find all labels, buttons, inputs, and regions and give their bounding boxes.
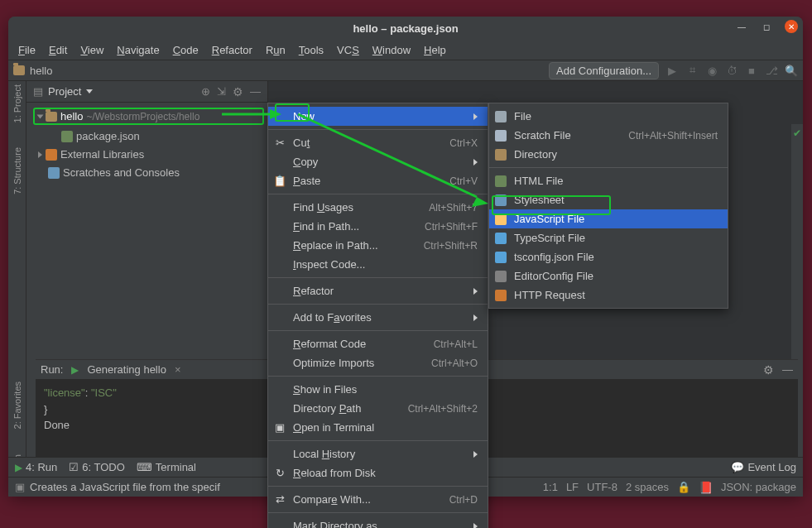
menu-navigate[interactable]: Navigate	[112, 42, 164, 58]
new-item-javascript-file[interactable]: JavaScript File	[489, 209, 728, 228]
tree-label: External Libraries	[60, 148, 144, 161]
profiler-icon[interactable]: ⏱	[725, 64, 738, 77]
expand-icon[interactable]: ⇲	[217, 85, 226, 98]
ctx-item-replace-in-path-[interactable]: Replace in Path...Ctrl+Shift+R	[268, 236, 488, 255]
run-toolbar-icon[interactable]: ▶	[665, 64, 679, 77]
svg-marker-1	[270, 109, 281, 119]
new-item-tsconfig-json-file[interactable]: tsconfig.json File	[489, 247, 728, 266]
folder-icon	[13, 65, 25, 75]
run-label: Run:	[41, 363, 63, 376]
lock-icon[interactable]: 🔒	[677, 481, 690, 493]
maximize-button[interactable]: ◻	[760, 20, 773, 33]
panel-mode-icon[interactable]: ▤	[33, 85, 43, 98]
ctx-item-show-in-files[interactable]: Show in Files	[268, 380, 488, 399]
tab-event-log[interactable]: 💬Event Log	[731, 461, 796, 473]
menu-run[interactable]: Run	[261, 42, 291, 58]
svg-marker-3	[472, 197, 488, 207]
panel-dropdown-icon[interactable]	[86, 89, 93, 94]
close-button[interactable]: ✕	[785, 20, 798, 33]
tree-path: ~/WebstormProjects/hello	[86, 111, 199, 122]
hide-panel-icon[interactable]: —	[250, 85, 261, 98]
menu-file[interactable]: File	[13, 42, 41, 58]
new-item-html-file[interactable]: HTML File	[489, 171, 728, 190]
library-icon	[46, 149, 57, 161]
ctx-item-optimize-imports[interactable]: Optimize ImportsCtrl+Alt+O	[268, 353, 488, 372]
reader-mode-icon[interactable]: 📕	[699, 481, 713, 494]
search-everywhere-icon[interactable]: 🔍	[785, 64, 798, 77]
folder-icon	[46, 112, 57, 122]
navigation-bar: hello Add Configuration... ▶ ⌗ ◉ ⏱ ■ ⎇ 🔍	[8, 60, 803, 81]
run-hide-icon[interactable]: —	[782, 363, 793, 377]
status-encoding[interactable]: UTF-8	[587, 481, 617, 493]
add-configuration-button[interactable]: Add Configuration...	[549, 62, 659, 79]
coverage-icon[interactable]: ◉	[705, 64, 718, 77]
tab-run[interactable]: ▶4: Run	[15, 461, 57, 473]
stop-icon[interactable]: ■	[745, 64, 758, 77]
ctx-item-directory-path[interactable]: Directory PathCtrl+Alt+Shift+2	[268, 399, 488, 418]
annotation-arrow	[298, 111, 505, 210]
new-item-editorconfig-file[interactable]: EditorConfig File	[489, 266, 728, 286]
menu-vcs[interactable]: VCS	[332, 42, 364, 58]
status-hide-icon[interactable]: ▣	[15, 481, 25, 493]
ctx-item-reload-from-disk[interactable]: ↻Reload from Disk	[268, 463, 488, 482]
json-file-icon	[61, 131, 73, 142]
new-item-http-request[interactable]: HTTP Request	[489, 286, 728, 305]
rail-project[interactable]: 1: Project	[12, 84, 22, 122]
new-item-typescript-file[interactable]: TypeScript File	[489, 228, 728, 247]
tree-item-external-libs[interactable]: External Libraries	[33, 147, 264, 161]
scratch-icon	[48, 167, 60, 179]
rail-favorites[interactable]: 2: Favorites	[12, 382, 22, 429]
tree-item-scratches[interactable]: Scratches and Consoles	[33, 166, 264, 180]
new-item-stylesheet[interactable]: Stylesheet	[489, 190, 728, 209]
run-gear-icon[interactable]: ⚙	[763, 363, 774, 377]
menu-help[interactable]: Help	[419, 42, 451, 58]
ctx-item-inspect-code-[interactable]: Inspect Code...	[268, 255, 488, 274]
ctx-item-refactor[interactable]: Refactor	[268, 281, 488, 300]
output-text: "license"	[44, 386, 85, 399]
ctx-item-find-in-path-[interactable]: Find in Path...Ctrl+Shift+F	[268, 217, 488, 236]
gear-icon[interactable]: ⚙	[233, 85, 243, 98]
tab-terminal[interactable]: ⌨Terminal	[137, 461, 196, 473]
status-lf[interactable]: LF	[566, 481, 579, 493]
panel-title: Project	[48, 85, 81, 98]
titlebar: hello – package.json — ◻ ✕	[8, 17, 803, 40]
menu-code[interactable]: Code	[168, 42, 204, 58]
menu-view[interactable]: View	[75, 42, 108, 58]
status-pos[interactable]: 1:1	[543, 481, 558, 493]
menu-window[interactable]: Window	[368, 42, 416, 58]
tree-item-package[interactable]: package.json	[33, 129, 264, 143]
menu-tools[interactable]: Tools	[294, 42, 329, 58]
debug-toolbar-icon[interactable]: ⌗	[685, 64, 699, 77]
git-icon[interactable]: ⎇	[765, 64, 778, 77]
chevron-down-icon[interactable]	[37, 114, 44, 118]
tree-label: Scratches and Consoles	[63, 166, 180, 179]
chevron-right-icon[interactable]	[38, 151, 42, 158]
output-text: "ISC"	[91, 386, 117, 399]
window-title: hello – package.json	[353, 22, 458, 35]
menu-edit[interactable]: Edit	[44, 42, 72, 58]
ctx-item-local-history[interactable]: Local History	[268, 444, 488, 463]
new-item-directory[interactable]: Directory	[489, 145, 728, 164]
ctx-item-compare-with-[interactable]: ⇄Compare With...Ctrl+D	[268, 490, 488, 509]
new-submenu: FileScratch FileCtrl+Alt+Shift+InsertDir…	[488, 103, 728, 309]
status-context: JSON: package	[721, 481, 796, 493]
rail-structure[interactable]: 7: Structure	[12, 147, 22, 194]
inspection-ok-icon[interactable]: ✔	[793, 127, 801, 139]
ctx-item-open-in-terminal[interactable]: ▣Open in Terminal	[268, 418, 488, 437]
new-item-scratch-file[interactable]: Scratch FileCtrl+Alt+Shift+Insert	[489, 126, 728, 145]
locate-icon[interactable]: ⊕	[201, 85, 210, 98]
new-item-file[interactable]: File	[489, 107, 728, 126]
breadcrumb[interactable]: hello	[30, 65, 52, 77]
menu-refactor[interactable]: Refactor	[207, 42, 257, 58]
run-arrow-icon: ▶	[71, 364, 79, 376]
run-tab[interactable]: Generating hello	[87, 363, 166, 376]
minimize-button[interactable]: —	[735, 20, 748, 33]
tab-todo[interactable]: ☑6: TODO	[69, 461, 125, 473]
ctx-item-mark-directory-as[interactable]: Mark Directory as	[268, 516, 488, 528]
ctx-item-reformat-code[interactable]: Reformat CodeCtrl+Alt+L	[268, 334, 488, 353]
status-hint: Creates a JavaScript file from the speci…	[30, 481, 220, 493]
ctx-item-add-to-favorites[interactable]: Add to Favorites	[268, 308, 488, 327]
status-indent[interactable]: 2 spaces	[626, 481, 669, 493]
close-tab-icon[interactable]: ×	[175, 363, 181, 376]
annotation-arrow	[222, 106, 288, 122]
